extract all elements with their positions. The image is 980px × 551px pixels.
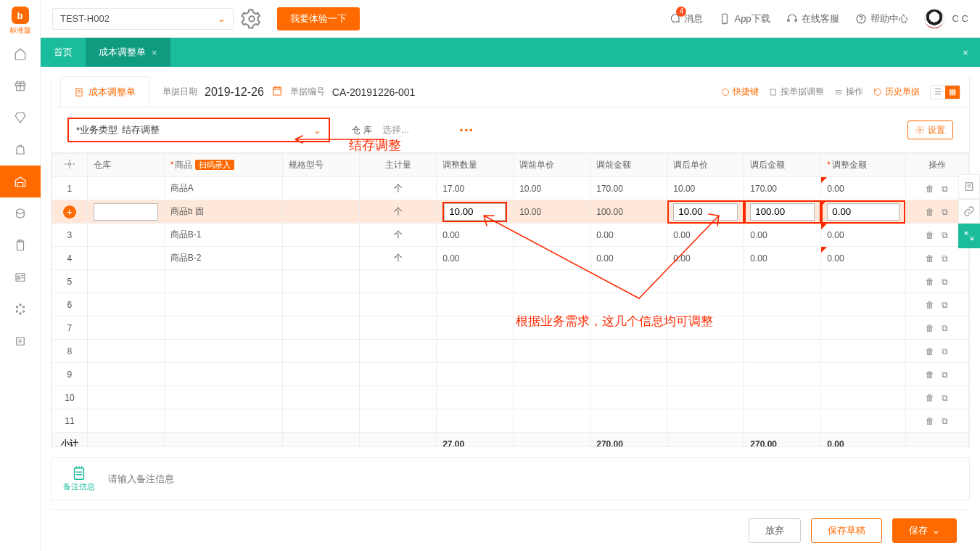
service-link[interactable]: 在线客服 [786,12,839,25]
svg-point-14 [249,16,255,22]
table-row[interactable]: 11🗑⧉ [52,409,969,433]
svg-point-9 [19,313,20,314]
chevron-down-icon: ⌄ [218,13,226,24]
table-row[interactable]: 5🗑⧉ [52,270,969,293]
hotkey-chip[interactable]: 快捷键 [721,86,759,98]
settings-icon[interactable] [241,8,263,30]
delete-icon[interactable]: 🗑 [926,370,934,380]
svg-point-19 [722,89,729,95]
add-row-icon[interactable]: + [63,205,76,219]
discard-button[interactable]: 放弃 [749,518,801,543]
view-toggle[interactable]: ☰▦ [930,85,960,99]
table-row[interactable]: 7🗑⧉ [52,317,969,340]
copy-icon[interactable]: ⧉ [942,207,948,217]
help-link[interactable]: 帮助中心 [855,12,908,25]
svg-rect-18 [273,87,281,95]
delete-icon[interactable]: 🗑 [926,253,934,264]
table-row[interactable]: +商品b 固个10.00100.00🗑⧉ [52,200,969,224]
user-menu[interactable]: C C [924,9,968,29]
copy-icon[interactable]: ⧉ [942,277,948,287]
per-doc-chip[interactable]: 按单据调整 [769,86,824,98]
delete-icon[interactable]: 🗑 [926,393,934,403]
copy-icon[interactable]: ⧉ [942,416,948,426]
delete-icon[interactable]: 🗑 [926,184,934,194]
copy-icon[interactable]: ⧉ [942,370,948,380]
nav-bag-icon[interactable] [0,134,41,166]
org-select[interactable]: TEST-H002 ⌄ [52,8,234,30]
delete-icon[interactable]: 🗑 [926,207,934,217]
delete-icon[interactable]: 🗑 [926,323,934,333]
panel-close-icon[interactable]: × [951,38,980,67]
remark-bar: 备注信息 [51,457,970,500]
nav-gift-icon[interactable] [0,70,41,102]
copy-icon[interactable]: ⧉ [942,393,948,403]
config-button[interactable]: 设置 [907,121,953,139]
delete-icon[interactable]: 🗑 [926,230,934,240]
post-amt-input[interactable] [750,203,815,221]
table-row[interactable]: 8🗑⧉ [52,340,969,363]
close-icon[interactable]: × [152,47,157,58]
topbar: TEST-H002 ⌄ 我要体验一下 消息 4 App下载 在线客服 帮助中心 … [41,0,980,38]
footer: 放弃 保存草稿 保存⌄ [51,509,970,551]
nav-new-icon[interactable]: 新 [0,325,41,357]
warehouse-input[interactable] [94,203,158,221]
qty-input[interactable] [444,203,506,221]
table-row[interactable]: 10🗑⧉ [52,386,969,409]
business-type-select[interactable]: * 业务类型 结存调整 ⌄ [67,118,330,142]
col-gear[interactable] [52,154,88,177]
nav-diamond-icon[interactable] [0,102,41,134]
messages-link[interactable]: 消息 4 [669,12,703,25]
save-draft-button[interactable]: 保存草稿 [811,518,882,543]
app-download-link[interactable]: App下载 [719,12,770,25]
nav-loading-icon[interactable] [0,293,41,325]
warehouse-select[interactable]: 仓库 选择... [352,123,409,136]
copy-icon[interactable]: ⧉ [942,184,948,194]
svg-rect-20 [771,89,776,95]
table-row[interactable]: 1商品A个17.0010.00170.0010.00170.000.00🗑⧉ [52,177,969,200]
delete-icon[interactable]: 🗑 [926,300,934,310]
doc-type-tab[interactable]: 成本调整单 [60,76,149,107]
subtotal-adj-amt: 0.00 [821,433,906,447]
chevron-down-icon: ⌄ [932,525,940,536]
svg-point-7 [22,306,24,308]
delete-icon[interactable]: 🗑 [926,277,934,287]
table-row[interactable]: 4商品B-2个0.000.000.000.000.00🗑⧉ [52,247,969,270]
rail-link-icon[interactable] [958,199,980,224]
nav-user-card-icon[interactable] [0,261,41,293]
table-row[interactable]: 3商品B-1个0.000.000.000.000.00🗑⧉ [52,224,969,247]
save-button[interactable]: 保存⌄ [892,518,957,543]
calendar-icon[interactable] [271,85,283,99]
doc-no-value: CA-20191226-001 [332,86,415,98]
rail-expand-icon[interactable] [958,224,980,248]
remark-input[interactable] [108,473,958,484]
scan-chip[interactable]: 扫码录入 [195,160,234,170]
table-row[interactable]: 9🗑⧉ [52,363,969,386]
ops-chip[interactable]: 操作 [834,86,863,98]
rail-note-icon[interactable] [958,174,980,199]
copy-icon[interactable]: ⧉ [942,323,948,333]
date-value[interactable]: 2019-12-26 [205,86,264,99]
cta-button[interactable]: 我要体验一下 [277,7,360,30]
table-row[interactable]: 6🗑⧉ [52,293,969,317]
delete-icon[interactable]: 🗑 [926,346,934,356]
nav-money-icon[interactable] [0,197,41,229]
nav-clipboard-icon[interactable] [0,229,41,261]
col-warehouse: 仓库 [87,154,164,177]
copy-icon[interactable]: ⧉ [942,346,948,356]
svg-point-5 [17,276,20,278]
chevron-down-icon: ⌄ [313,125,321,136]
copy-icon[interactable]: ⧉ [942,230,948,240]
tab-cost-adjust[interactable]: 成本调整单× [86,38,170,67]
tab-home[interactable]: 首页 [41,38,86,67]
post-price-input[interactable] [673,203,738,221]
copy-icon[interactable]: ⧉ [942,253,948,264]
col-uom: 主计量 [360,154,437,177]
more-icon[interactable]: ••• [460,125,474,136]
doc-no-label: 单据编号 [290,86,325,98]
nav-warehouse-icon[interactable] [0,166,41,197]
history-chip[interactable]: 历史单据 [873,86,920,98]
nav-home-icon[interactable] [0,38,41,70]
adj-amt-input[interactable] [827,203,899,221]
delete-icon[interactable]: 🗑 [926,416,934,426]
copy-icon[interactable]: ⧉ [942,300,948,310]
